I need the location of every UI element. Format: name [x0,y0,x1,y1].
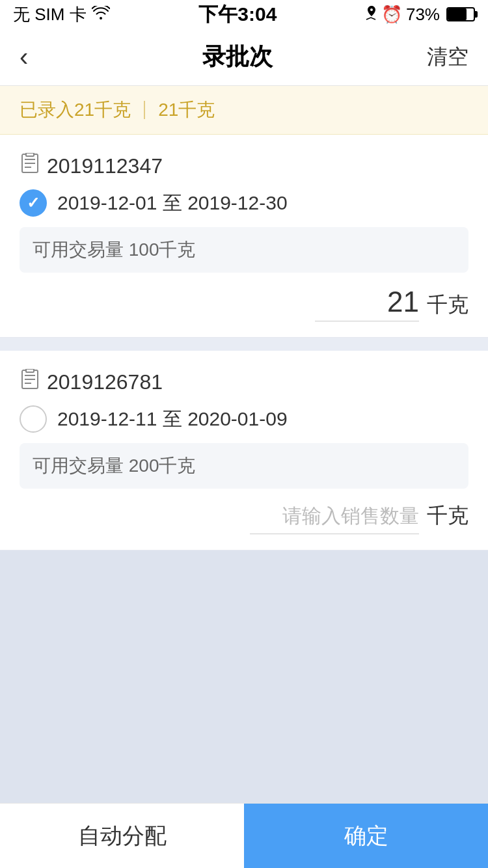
recorded-label: 已录入21千克 [20,98,131,122]
batch1-date-row[interactable]: ✓ 2019-12-01 至 2019-12-30 [0,184,488,222]
svg-rect-9 [26,369,34,372]
confirm-button[interactable]: 确定 [244,804,488,868]
batch1-header: 2019112347 [0,135,488,184]
section-separator-1 [0,338,488,351]
batch-card-1: 2019112347 ✓ 2019-12-01 至 2019-12-30 可用交… [0,135,488,338]
back-button[interactable]: ‹ [20,42,59,72]
batch2-date: 2019-12-11 至 2020-01-09 [57,406,288,433]
status-right: ⏰ 73% [366,5,475,25]
nav-bar: ‹ 录批次 清空 [0,29,488,86]
batch1-id: 2019112347 [47,154,163,178]
page-title: 录批次 [59,41,416,73]
batch1-amount[interactable]: 21 [387,286,419,318]
batch2-input-placeholder[interactable]: 请输入销售数量 [282,503,419,530]
svg-rect-4 [26,153,34,156]
batch1-check-icon: ✓ [27,194,40,212]
alarm-text: ⏰ [381,5,402,25]
battery-icon [446,7,475,21]
batch2-unit: 千克 [427,502,468,530]
batch1-date: 2019-12-01 至 2019-12-30 [57,190,288,217]
status-time: 下午3:04 [198,1,277,28]
batch2-availability: 可用交易量 200千克 [20,443,468,489]
batch2-icon [20,369,40,395]
batch1-availability: 可用交易量 100千克 [20,227,468,273]
batch2-id: 2019126781 [47,370,163,394]
batch2-radio[interactable] [20,405,47,433]
batch2-header: 2019126781 [0,351,488,400]
batch2-date-row[interactable]: 2019-12-11 至 2020-01-09 [0,400,488,438]
batch1-radio[interactable]: ✓ [20,189,47,217]
bottom-bar: 自动分配 确定 [0,803,488,868]
battery-percent: 73% [406,5,440,25]
banner-divider [144,101,145,119]
auto-assign-button[interactable]: 自动分配 [0,804,244,868]
batch1-amount-row: 21 千克 [0,273,488,338]
info-banner: 已录入21千克 21千克 [0,86,488,135]
batch1-icon [20,153,40,179]
status-left: 无 SIM 卡 [13,3,110,26]
batch2-input-row: 请输入销售数量 千克 [0,489,488,550]
location-icon [366,5,377,25]
batch2-underline [250,534,419,534]
batch1-underline [315,321,419,321]
gray-area [0,550,488,824]
batch-card-2: 2019126781 2019-12-11 至 2020-01-09 可用交易量… [0,351,488,550]
no-sim-text: 无 SIM 卡 [13,3,87,26]
batch1-unit: 千克 [427,291,468,319]
clear-button[interactable]: 清空 [416,43,468,72]
wifi-icon [92,5,110,25]
status-bar: 无 SIM 卡 下午3:04 ⏰ 73% [0,0,488,29]
recorded-value: 21千克 [158,98,215,122]
